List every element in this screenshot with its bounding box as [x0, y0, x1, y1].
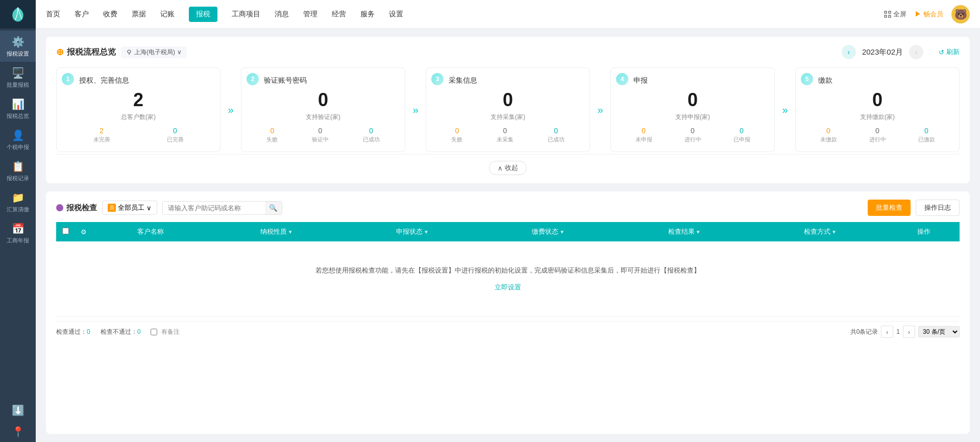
dropdown-arrow: ∨	[146, 204, 152, 212]
process-overview-card: ⊕ 报税流程总览 上海(电子税局) ∨ ‹ 2023年02月 › ↺ 刷新	[46, 37, 970, 183]
sidebar-item-download[interactable]: ⬇️	[0, 399, 36, 421]
process-title: ⊕ 报税流程总览	[56, 46, 116, 58]
nav-operations[interactable]: 经营	[332, 8, 346, 21]
current-page: 1	[896, 328, 900, 335]
refresh-button[interactable]: ↺ 刷新	[939, 47, 960, 57]
step-details-1: 2 未完善 0 已完善	[65, 127, 212, 143]
sidebar-item-tax-records[interactable]: 📋 报税记录	[0, 155, 36, 186]
process-step-3: 3 采集信息 0 支持采集(家) 0 失败 0 未采集	[426, 67, 590, 152]
search-input[interactable]	[163, 202, 265, 214]
nav-customer[interactable]: 客户	[75, 8, 89, 21]
top-nav: 首页 客户 收费 票据 记账 报税 工商项目 消息 管理 经营 服务 设置 全屏…	[36, 0, 980, 29]
process-step-5: 5 缴款 0 支持缴款(家) 0 未缴款 0 进行中	[795, 67, 960, 152]
fail-count[interactable]: 0	[137, 328, 141, 335]
month-navigator: ‹ 2023年02月 ›	[842, 45, 923, 59]
step-number-4: 4	[616, 73, 628, 85]
pass-stat: 检查通过：0	[56, 328, 90, 336]
nav-settings[interactable]: 设置	[389, 8, 403, 21]
location-badge-icon	[126, 49, 132, 55]
detail-success: 0 已成功	[363, 127, 380, 143]
sidebar-item-settlement[interactable]: 📁 汇算清缴	[0, 186, 36, 217]
nav-services[interactable]: 服务	[360, 8, 375, 21]
sidebar-item-personal-tax[interactable]: 👤 个税申报	[0, 124, 36, 155]
fullscreen-button[interactable]: 全屏	[884, 10, 906, 19]
nav-menu: 首页 客户 收费 票据 记账 报税 工商项目 消息 管理 经营 服务 设置	[46, 7, 884, 22]
step-title-5: 缴款	[818, 76, 951, 85]
process-step-1: 1 授权、完善信息 2 总客户数(家) 2 未完善 0 已完善	[56, 67, 220, 152]
nav-fees[interactable]: 收费	[103, 8, 117, 21]
setup-link[interactable]: 立即设置	[495, 283, 521, 291]
nav-tax[interactable]: 报税	[189, 7, 217, 22]
arrow-2-3: »	[405, 67, 426, 152]
filter-icon-1: ▼	[288, 229, 293, 235]
sidebar-item-location[interactable]: 📍	[0, 421, 36, 442]
nav-business[interactable]: 工商项目	[232, 8, 260, 21]
location-badge[interactable]: 上海(电子税局) ∨	[121, 46, 187, 58]
pass-count[interactable]: 0	[87, 328, 90, 335]
prev-month-button[interactable]: ‹	[842, 45, 856, 59]
note-filter[interactable]: 有备注	[151, 328, 179, 336]
svg-point-4	[128, 50, 131, 53]
search-button[interactable]: 🔍	[265, 202, 282, 214]
process-step-2: 2 验证账号密码 0 支持验证(家) 0 失败 0 验证中	[241, 67, 405, 152]
detail-verifying: 0 验证中	[312, 127, 329, 143]
step-label-5: 支持缴款(家)	[804, 113, 951, 121]
collapse-button[interactable]: ∧ 收起	[489, 161, 527, 175]
svg-rect-2	[885, 15, 887, 17]
step-count-3: 0	[434, 89, 581, 111]
total-records: 共0条记录	[850, 328, 878, 336]
tax-overview-icon: 📊	[12, 98, 24, 110]
nav-accounting[interactable]: 记账	[160, 8, 175, 21]
collapse-bar: ∧ 收起	[56, 154, 960, 175]
arrow-1-2: »	[220, 67, 241, 152]
nav-home[interactable]: 首页	[46, 8, 60, 21]
svg-rect-3	[889, 15, 891, 17]
location-icon: 📍	[12, 426, 24, 438]
detail-incomplete: 2 未完善	[93, 127, 110, 143]
note-checkbox[interactable]	[151, 329, 157, 335]
app-logo[interactable]	[0, 0, 36, 29]
step-details-4: 0 未申报 0 进行中 0 已申报	[619, 127, 766, 143]
sidebar-item-annual-report[interactable]: 📅 工商年报	[0, 217, 36, 249]
step-label-1: 总客户数(家)	[65, 113, 212, 121]
fullscreen-icon	[884, 11, 891, 18]
nav-invoices[interactable]: 票据	[132, 8, 146, 21]
process-step-4: 4 申报 0 支持申报(家) 0 未申报 0 进行中	[610, 67, 775, 152]
user-avatar[interactable]: 🐻	[951, 5, 970, 23]
nav-messages[interactable]: 消息	[275, 8, 289, 21]
step-count-2: 0	[250, 89, 397, 111]
main-area: 首页 客户 收费 票据 记账 报税 工商项目 消息 管理 经营 服务 设置 全屏…	[36, 0, 980, 442]
filter-icon-4: ▼	[696, 229, 701, 235]
svg-rect-0	[885, 11, 887, 13]
next-page-button[interactable]: ›	[903, 326, 915, 338]
next-month-button[interactable]: ›	[909, 45, 923, 59]
prev-page-button[interactable]: ‹	[881, 326, 893, 338]
process-header: ⊕ 报税流程总览 上海(电子税局) ∨ ‹ 2023年02月 › ↺ 刷新	[56, 45, 960, 59]
step-title-3: 采集信息	[449, 76, 581, 85]
nav-management[interactable]: 管理	[303, 8, 317, 21]
select-all-checkbox[interactable]	[62, 228, 69, 234]
complete-count: 0	[173, 127, 177, 135]
step-count-1: 2	[65, 89, 212, 111]
member-button[interactable]: ▶ 畅会员	[915, 10, 943, 19]
employee-filter[interactable]: 员 全部员工 ∨	[102, 201, 157, 215]
step-count-4: 0	[619, 89, 766, 111]
download-icon: ⬇️	[12, 404, 24, 416]
gear-icon[interactable]: ⚙	[81, 228, 87, 236]
content-area: ⊕ 报税流程总览 上海(电子税局) ∨ ‹ 2023年02月 › ↺ 刷新	[36, 29, 980, 442]
batch-check-button[interactable]: 批量检查	[868, 200, 911, 216]
arrow-4-5: »	[775, 67, 795, 152]
sidebar-item-tax-settings[interactable]: ⚙️ 报税设置	[0, 31, 36, 62]
detail-complete: 0 已完善	[167, 127, 184, 143]
step-number-5: 5	[801, 73, 813, 85]
operation-log-button[interactable]: 操作日志	[916, 200, 960, 216]
search-icon: 🔍	[269, 204, 278, 212]
col-tax-nature: 纳税性质 ▼	[209, 222, 345, 241]
complete-label: 已完善	[167, 136, 184, 143]
incomplete-label: 未完善	[93, 136, 110, 143]
per-page-select[interactable]: 30 条/页 50 条/页 100 条/页	[918, 326, 960, 337]
sidebar-item-batch-tax[interactable]: 🖥️ 批量报税	[0, 62, 36, 93]
tax-records-icon: 📋	[12, 160, 24, 173]
col-customer-name: 客户名称	[93, 222, 209, 241]
sidebar-item-tax-overview[interactable]: 📊 报税总览	[0, 93, 36, 124]
